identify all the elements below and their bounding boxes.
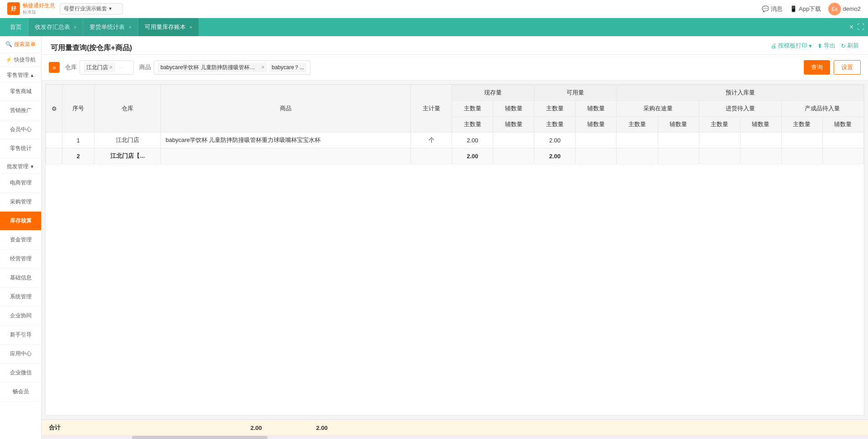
th-available: 可用量 [534,85,617,101]
tab-available-stock[interactable]: 可用量库存账本 × [138,18,199,36]
logo-text-block: 畅捷通好生意 标准版 [23,2,55,15]
refresh-button[interactable]: ↻ 刷新 [841,42,859,50]
user-name: demo2 [843,5,861,12]
scroll-thumb[interactable] [132,436,268,439]
app-download-label: App下载 [799,5,821,13]
gear-icon[interactable]: ⚙ [52,105,57,112]
sidebar-item-marketing[interactable]: 营销推广 [0,101,41,120]
tab-order-stats-close[interactable]: × [128,24,131,30]
footer-avail-main: 2.00 [316,425,327,431]
td-no-1: 1 [62,132,94,148]
sidebar-label-zero-sales: 零售管理 [7,71,28,79]
tab-order-stats[interactable]: 要货单统计表 × [83,18,138,36]
tab-home[interactable]: 首页 [4,18,28,36]
sidebar-item-zero-stats[interactable]: 零售统计 [0,139,41,158]
close-tab-icon[interactable]: × [849,23,854,31]
th-product: 商品 [161,85,411,132]
sidebar-item-wholesale[interactable]: 批发管理 ▼ [0,158,41,174]
logo-sub: 标准版 [23,9,55,15]
nav-tabs: 首页 收发存汇总表 × 要货单统计表 × 可用量库存账本 × × ⛶ [0,18,868,36]
sidebar-item-wechat[interactable]: 企业微信 [0,363,41,382]
sidebar-item-appcenter[interactable]: 应用中心 [0,345,41,363]
td-pur-arr-aux-2 [740,148,781,164]
sidebar-label-system: 系统管理 [10,293,32,301]
sidebar-item-newguide[interactable]: 新手引导 [0,326,41,345]
td-avail-main-1: 2.00 [534,132,576,148]
export-button[interactable]: ⬆ 导出 [817,42,835,50]
sidebar-label-zero-stats: 零售统计 [10,145,32,152]
sidebar-item-zero-sales[interactable]: 零售管理 ▲ [0,67,41,82]
tab-home-label: 首页 [10,23,22,31]
th-prod-arr-main: 主数量 [781,117,822,132]
sidebar-item-vip[interactable]: 畅会员 [0,382,41,401]
sidebar-label-marketing: 营销推广 [10,107,32,114]
print-icon: 🖨 [771,42,777,49]
sidebar-item-operations[interactable]: 经营管理 [0,250,41,269]
sidebar-item-inventory[interactable]: 库存核算 [0,212,41,231]
expand-icon[interactable]: ⛶ [857,23,864,31]
product-tag-1-value: babycare学饮杯 儿童防摔防撞吸管杯重力球吸嘴杯宝宝水杯 [160,64,260,71]
sidebar-item-finance[interactable]: 资金管理 [0,231,41,250]
sidebar-search[interactable]: 🔍 搜索菜单 [0,36,41,53]
sidebar-label-vip: 畅会员 [13,388,29,396]
chevron-down-print: ▾ [809,42,812,49]
sidebar-label-member: 会员中心 [10,126,32,133]
sidebar-quick-nav[interactable]: ⚡ 快捷导航 [0,53,41,67]
tab-receive-send[interactable]: 收发存汇总表 × [28,18,83,36]
th-stock-aux: 辅数量 [493,101,534,117]
export-icon: ⬆ [817,42,822,49]
sidebar-search-label: 搜索菜单 [14,41,36,47]
table-row: 1 江北门店 babycare学饮杯 儿童防摔防撞吸管杯重力球吸嘴杯宝宝水杯 个… [46,132,864,148]
print-button[interactable]: 🖨 按模板打印 ▾ [771,42,812,50]
th-planned-inbound: 预计入库量 [617,85,864,101]
sidebar-nav-label: 快捷导航 [14,57,36,63]
filter-bar: » 仓库 江北门店 × ··· 商品 babycare学饮杯 儿童防摔防撞吸管杯… [42,55,868,80]
th-stock-main: 主数量 [452,101,493,117]
sidebar-item-basic[interactable]: 基础信息 [0,269,41,288]
sidebar-item-ecommerce[interactable]: 电商管理 [0,174,41,193]
td-pur-arr-main-2 [699,148,740,164]
warehouse-input[interactable]: 江北门店 × ··· [80,61,134,75]
message-item[interactable]: 💬 消息 [762,5,783,13]
th-avail-aux: 辅数量 [576,101,617,117]
chevron-up-icon: ▲ [30,73,34,78]
th-prod-arr-aux: 辅数量 [822,117,863,132]
sidebar-item-member[interactable]: 会员中心 [0,120,41,139]
app-download-item[interactable]: 📱 App下载 [790,5,821,13]
tab-receive-send-close[interactable]: × [74,24,76,30]
sidebar-label-zero-shop: 零售商城 [10,88,32,95]
td-avail-aux-2 [576,148,617,164]
td-pur-trans-main-1 [617,132,658,148]
tab-available-stock-close[interactable]: × [189,24,192,30]
th-avail-aux2: 辅数量 [576,117,617,132]
sidebar-item-zero-shop[interactable]: 零售商城 [0,82,41,101]
chevron-down-icon-wholesale: ▼ [30,164,34,169]
industry-select[interactable]: 母婴行业演示账套 ▾ [60,3,123,14]
page-header: 可用量查询(按仓库+商品) 🖨 按模板打印 ▾ ⬆ 导出 ↻ 刷新 [42,36,868,55]
query-button[interactable]: 查询 [804,60,830,75]
scroll-indicator[interactable] [42,435,868,439]
sidebar-item-enterprise[interactable]: 企业协同 [0,307,41,326]
footer-stock-main: 2.00 [250,425,262,431]
warehouse-tag-close[interactable]: × [109,64,113,71]
td-warehouse-2: 江北门店【... [94,148,161,164]
product-input[interactable]: babycare学饮杯 儿童防摔防撞吸管杯重力球吸嘴杯宝宝水杯 × babyca… [154,61,311,75]
td-settings-2 [46,148,62,164]
sidebar-item-system[interactable]: 系统管理 [0,288,41,307]
sidebar-label-wholesale: 批发管理 [7,163,28,170]
mobile-icon: 📱 [790,5,797,12]
td-warehouse-1: 江北门店 [94,132,161,148]
sidebar-item-purchase[interactable]: 采购管理 [0,193,41,212]
sidebar: 🔍 搜索菜单 ⚡ 快捷导航 零售管理 ▲ 零售商城 营销推广 会员中心 零售统计… [0,36,42,439]
product-tag-1: babycare学饮杯 儿童防摔防撞吸管杯重力球吸嘴杯宝宝水杯 × [158,63,267,72]
setting-button[interactable]: 设置 [834,60,861,75]
filter-expand-button[interactable]: » [49,62,60,73]
avatar: Ea [828,3,841,15]
td-unit-1: 个 [411,132,452,148]
user-item[interactable]: Ea demo2 [828,3,861,15]
th-current-stock: 现存量 [452,85,534,101]
content-area: 可用量查询(按仓库+商品) 🖨 按模板打印 ▾ ⬆ 导出 ↻ 刷新 » [42,36,868,439]
product-tag-1-close[interactable]: × [261,64,264,71]
sidebar-label-enterprise: 企业协同 [10,312,32,320]
th-pur-arrival: 进货待入量 [699,101,781,117]
